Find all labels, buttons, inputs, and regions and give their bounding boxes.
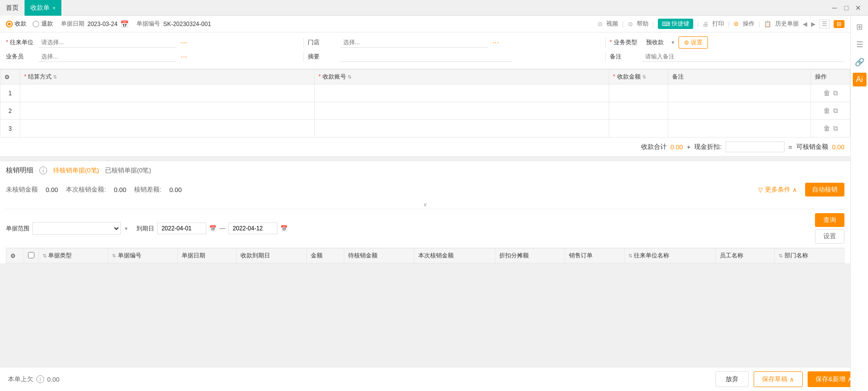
salesperson-input[interactable] xyxy=(38,52,176,62)
row-2-amount[interactable] xyxy=(609,102,668,120)
bt-sort-type-icon[interactable]: ⇅ xyxy=(43,253,47,258)
calendar-from-icon[interactable]: 📅 xyxy=(209,225,217,232)
select-all-checkbox[interactable] xyxy=(28,252,34,258)
tab-close-icon[interactable]: × xyxy=(53,5,55,11)
col-settlement-sort-icon[interactable]: ⇅ xyxy=(53,74,57,80)
col-settlement-header: 结算方式 ⇅ xyxy=(20,70,315,84)
table-gear-icon[interactable]: ⚙ xyxy=(4,74,10,81)
row-2-settlement[interactable] xyxy=(20,102,315,120)
bt-sort-num-icon[interactable]: ⇅ xyxy=(112,253,116,258)
info-icon[interactable]: i xyxy=(39,167,47,174)
due-date-to-input[interactable] xyxy=(228,223,277,234)
row-3-amount[interactable] xyxy=(609,120,668,138)
row-1-copy-icon[interactable]: ⧉ xyxy=(833,89,838,97)
filter-settings-btn[interactable]: 设置 xyxy=(815,229,844,244)
refund-radio-label: 退款 xyxy=(41,20,53,28)
more-conditions-btn[interactable]: ▽ 更多条件 ∧ xyxy=(758,185,797,194)
row-3-delete-icon[interactable]: 🗑 xyxy=(823,124,830,133)
chevron-up-icon: ∧ xyxy=(792,186,797,194)
discount-input[interactable] xyxy=(726,141,785,152)
query-btn[interactable]: 查询 xyxy=(815,213,844,227)
col-note-label: 备注 xyxy=(672,73,684,80)
bt-sort-dept-icon[interactable]: ⇅ xyxy=(779,253,783,258)
row-1-delete-icon[interactable]: 🗑 xyxy=(823,89,830,97)
video-btn[interactable]: 视频 xyxy=(606,20,618,28)
row-1-amount[interactable] xyxy=(609,84,668,102)
window-maximize-btn[interactable]: □ xyxy=(842,4,850,12)
bt-col-number: ⇅ 单据编号 xyxy=(108,249,177,263)
bt-gear-icon[interactable]: ⚙ xyxy=(10,252,16,259)
collapse-arrow[interactable]: ∨ xyxy=(6,200,844,209)
salesperson-more-btn[interactable]: ··· xyxy=(179,53,189,61)
sidebar-table-icon[interactable]: ⊞ xyxy=(853,20,867,33)
date-calendar-icon[interactable]: 📅 xyxy=(120,20,129,28)
operation-btn[interactable]: 操作 xyxy=(743,20,755,28)
settings-btn[interactable]: ⚙ 设置 xyxy=(678,36,708,49)
total-value: 0.00 xyxy=(671,143,683,151)
sidebar-attach-icon[interactable]: 🔗 xyxy=(853,55,867,69)
history-btn[interactable]: 历史单据 xyxy=(775,20,799,28)
range-select[interactable] xyxy=(32,222,121,235)
grid-view-icon[interactable]: ⊞ xyxy=(834,20,844,28)
bt-number-label: 单据编号 xyxy=(118,252,141,259)
bottom-info: 本单上欠 i 0.00 xyxy=(8,375,59,384)
partner-input[interactable] xyxy=(38,37,176,48)
total-label: 收款合计 xyxy=(641,142,667,151)
row-2-delete-icon[interactable]: 🗑 xyxy=(823,107,830,115)
due-date-from-input[interactable] xyxy=(157,223,206,234)
tab-receipt[interactable]: 收款单 × xyxy=(25,0,61,16)
note-input[interactable] xyxy=(642,52,844,62)
row-1-note[interactable] xyxy=(668,84,811,102)
section-header: 核销明细 i 待核销单据(0笔) 已核销单据(0笔) xyxy=(6,166,844,175)
this-order-label: 本单上欠 xyxy=(8,375,33,384)
bt-col-checkbox[interactable] xyxy=(24,249,39,263)
row-2-note[interactable] xyxy=(668,102,811,120)
nav-prev-icon[interactable]: ◀ xyxy=(803,21,807,28)
nav-next-icon[interactable]: ▶ xyxy=(811,21,815,28)
row-3-settlement[interactable] xyxy=(20,120,315,138)
window-close-btn[interactable]: ✕ xyxy=(854,4,862,12)
bt-col-settings[interactable]: ⚙ xyxy=(6,249,24,263)
pending-tab[interactable]: 待核销单据(0笔) xyxy=(53,166,99,175)
row-1-settlement[interactable] xyxy=(20,84,315,102)
summary-input[interactable] xyxy=(340,52,512,62)
row-2-copy-icon[interactable]: ⧉ xyxy=(833,107,838,115)
partner-more-btn[interactable]: ··· xyxy=(179,38,189,47)
done-tab[interactable]: 已核销单据(0笔) xyxy=(105,166,151,175)
list-view-icon[interactable]: ☰ xyxy=(819,20,830,28)
shortcut-btn[interactable]: ⌨ 快捷键 xyxy=(658,19,693,29)
receipt-radio[interactable]: 收款 xyxy=(6,20,27,28)
order-info-icon[interactable]: i xyxy=(36,375,44,383)
abandon-btn[interactable]: 放弃 xyxy=(715,371,749,387)
row-3-account[interactable] xyxy=(314,120,609,138)
col-account-sort-icon[interactable]: ⇅ xyxy=(348,74,352,80)
available-label: 可核销金额 xyxy=(796,142,828,151)
save-draft-chevron-icon[interactable]: ∧ xyxy=(789,376,794,383)
print-btn[interactable]: 打印 xyxy=(712,20,724,28)
bt-partner-label: 往来单位名称 xyxy=(634,252,669,259)
col-amount-header: 收款金额 ⇅ xyxy=(609,70,668,84)
row-3-note[interactable] xyxy=(668,120,811,138)
col-settings-header[interactable]: ⚙ xyxy=(0,70,20,84)
tab-home[interactable]: 首页 xyxy=(0,0,25,16)
bt-current-label: 本次核销金额 xyxy=(418,252,454,259)
store-input[interactable] xyxy=(340,37,488,48)
refund-radio[interactable]: 退款 xyxy=(32,20,53,28)
save-draft-btn[interactable]: 保存草稿 ∧ xyxy=(754,371,803,387)
store-more-btn[interactable]: ··· xyxy=(490,38,501,47)
bt-due-date-label: 收款到期日 xyxy=(241,252,270,259)
row-1-account[interactable] xyxy=(314,84,609,102)
auto-verify-btn[interactable]: 自动核销 xyxy=(805,183,844,196)
range-field: 单据范围 ▼ xyxy=(6,222,129,235)
sidebar-list-icon[interactable]: ☰ xyxy=(853,37,867,51)
row-3-copy-icon[interactable]: ⧉ xyxy=(833,124,838,133)
help-btn[interactable]: 帮助 xyxy=(637,20,649,28)
window-minimize-btn[interactable]: ─ xyxy=(831,4,839,12)
sidebar-ai-icon[interactable]: Ai xyxy=(853,73,867,86)
calendar-to-icon[interactable]: 📅 xyxy=(280,225,288,232)
col-amount-sort-icon[interactable]: ⇅ xyxy=(642,74,646,80)
attachment-icon: 🔗 xyxy=(855,57,865,67)
bt-sort-partner-icon[interactable]: ⇅ xyxy=(628,253,632,258)
row-2-account[interactable] xyxy=(314,102,609,120)
business-type-dropdown-icon[interactable]: ▼ xyxy=(671,40,676,45)
